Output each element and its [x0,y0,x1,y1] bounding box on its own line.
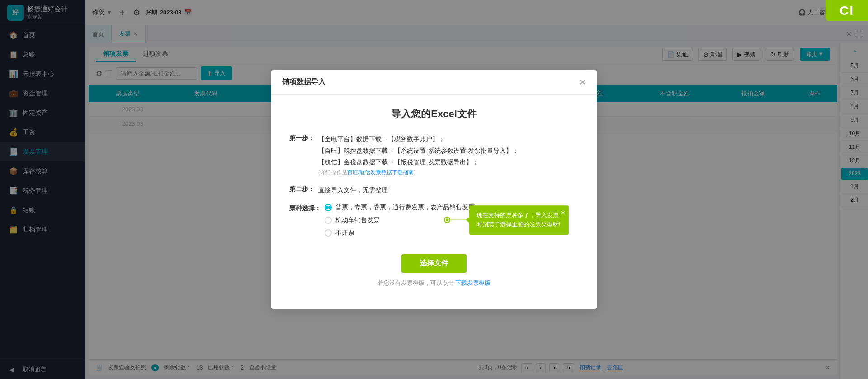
ci-badge: CI [826,0,868,21]
import-title: 导入您的Excel文件 [289,107,579,121]
step1-link: (详细操作见百旺/航信发票数据下载指南) [318,168,519,178]
radio-option-3[interactable]: 不开票 [325,229,475,237]
step1-line1: 【全电平台】数据下载→【税务数字账户】； [318,133,519,145]
ticket-label: 票种选择： [289,204,321,213]
import-modal: 销项数据导入 ✕ 导入您的Excel文件 第一步： 【全电平台】数据下载→【税务… [271,70,597,308]
modal-overlay: 销项数据导入 ✕ 导入您的Excel文件 第一步： 【全电平台】数据下载→【税务… [0,0,868,379]
step1-line2: 【百旺】税控盘数据下载→【系统设置-系统参数设置-发票批量导入】； [318,145,519,156]
modal-close-button[interactable]: ✕ [579,78,586,86]
step1-row: 第一步： 【全电平台】数据下载→【税务数字账户】； 【百旺】税控盘数据下载→【系… [289,133,579,177]
tooltip-box: 现在支持的票种多了，导入发票时别忘了选择正确的发票类型呀! × [469,205,569,235]
modal-body: 导入您的Excel文件 第一步： 【全电平台】数据下载→【税务数字账户】； 【百… [271,95,597,308]
modal-header: 销项数据导入 ✕ [271,70,597,95]
download-template-link[interactable]: 下载发票模版 [455,280,491,286]
ticket-section: 票种选择： 普票，专票，卷票，通行费发票，农产品销售发票 机动车销售发票 [289,204,579,242]
tooltip-text: 现在支持的票种多了，导入发票时别忘了选择正确的发票类型呀! [476,211,561,230]
step1-line3: 【航信】金税盘数据下载→【报税管理-发票数据导出】； [318,156,519,168]
step2-row: 第二步： 直接导入文件，无需整理 [289,185,579,196]
step1-content: 【全电平台】数据下载→【税务数字账户】； 【百旺】税控盘数据下载→【系统设置-系… [318,133,519,177]
ci-text: CI [840,4,854,18]
step2-label: 第二步： [289,185,315,194]
radio-dot-1 [326,206,328,209]
step2-text: 直接导入文件，无需整理 [318,186,388,194]
radio-circle-3 [325,229,332,237]
radio-circle-1 [325,204,332,211]
radio-circle-2 [325,217,332,224]
hint-text: 若您没有发票模版，可以点击 [377,280,454,286]
radio-label-2: 机动车销售发票 [335,216,380,224]
tooltip-close-button[interactable]: × [561,207,565,219]
select-file-button[interactable]: 选择文件 [401,254,467,273]
modal-title: 销项数据导入 [282,77,326,87]
radio-label-1: 普票，专票，卷票，通行费发票，农产品销售发票 [335,204,475,212]
radio-option-1[interactable]: 普票，专票，卷票，通行费发票，农产品销售发票 [325,204,475,212]
step2-content: 直接导入文件，无需整理 [318,185,388,196]
radio-option-2[interactable]: 机动车销售发票 现在支持的票种多了，导入发票时别忘了选择正确的发票类型呀! × [325,216,475,224]
tooltip-wrapper: 现在支持的票种多了，导入发票时别忘了选择正确的发票类型呀! × [469,205,569,235]
guide-link[interactable]: 百旺/航信发票数据下载指南 [347,169,414,175]
radio-group: 普票，专票，卷票，通行费发票，农产品销售发票 机动车销售发票 现在支持的票种多了… [325,204,475,242]
file-select-section: 选择文件 [289,254,579,273]
modal-hint: 若您没有发票模版，可以点击 下载发票模版 [289,279,579,296]
step1-label: 第一步： [289,133,315,142]
radio-label-3: 不开票 [335,229,354,237]
